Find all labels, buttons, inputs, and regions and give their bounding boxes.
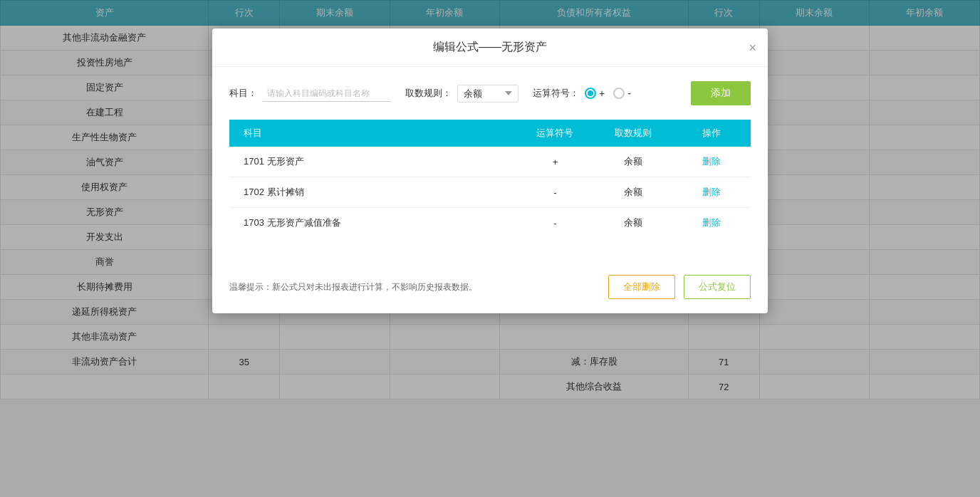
add-button[interactable]: 添加 (691, 81, 751, 105)
row-rule: 余额 (594, 177, 672, 208)
delete-all-button[interactable]: 全部删除 (608, 275, 675, 299)
row-action: 删除 (672, 147, 751, 177)
modal-close-button[interactable]: × (749, 41, 756, 54)
page-container: 资产 行次 期末余额 年初余额 负债和所有者权益 行次 期末余额 年初余额 其他… (0, 0, 980, 497)
modal-title: 编辑公式——无形资产 (433, 41, 547, 53)
subject-group: 科目： (229, 85, 391, 102)
table-row: 1702 累计摊销-余额删除 (229, 177, 751, 208)
reset-button[interactable]: 公式复位 (684, 275, 751, 299)
modal-body: 科目： 取数规则： 余额借方贷方借方累计贷方累计 运算符号： (212, 67, 768, 266)
row-subject: 1701 无形资产 (229, 147, 516, 177)
operator-minus-label: - (627, 88, 631, 99)
subject-label: 科目： (229, 87, 257, 100)
row-operator: + (516, 147, 595, 177)
operator-label: 运算符号： (533, 87, 579, 100)
table-header-action: 操作 (672, 120, 751, 147)
modal-overlay: 编辑公式——无形资产 × 科目： 取数规则： 余额借方贷方借方累计贷方累计 (0, 0, 980, 497)
table-header-operator: 运算符号 (516, 120, 595, 147)
rule-label: 取数规则： (405, 87, 452, 100)
row-rule: 余额 (594, 147, 672, 177)
rule-select-wrap: 余额借方贷方借方累计贷方累计 (457, 85, 518, 103)
row-operator: - (516, 177, 595, 208)
modal-header: 编辑公式——无形资产 × (212, 28, 768, 67)
row-delete-button[interactable]: 删除 (702, 186, 721, 199)
table-row: 1701 无形资产+余额删除 (229, 147, 751, 177)
row-delete-button[interactable]: 删除 (702, 155, 721, 168)
row-operator: - (516, 208, 595, 239)
row-action: 删除 (672, 177, 751, 208)
row-subject: 1703 无形资产减值准备 (229, 208, 516, 239)
table-header-subject: 科目 (229, 120, 516, 147)
modal-footer: 温馨提示：新公式只对未出报表进行计算，不影响历史报表数据。 全部删除 公式复位 (212, 266, 768, 313)
row-subject: 1702 累计摊销 (229, 177, 516, 208)
row-rule: 余额 (594, 208, 672, 239)
operator-plus-item[interactable]: + (585, 88, 605, 99)
row-action: 删除 (672, 208, 751, 239)
operator-group: 运算符号： + - (533, 87, 631, 100)
subject-input[interactable] (263, 85, 391, 102)
operator-minus-radio[interactable] (613, 88, 625, 99)
operator-plus-radio[interactable] (585, 88, 596, 99)
table-header-rule: 取数规则 (594, 120, 672, 147)
formula-form: 科目： 取数规则： 余额借方贷方借方累计贷方累计 运算符号： (229, 81, 751, 105)
rule-select[interactable]: 余额借方贷方借方累计贷方累计 (457, 85, 518, 103)
hint-text: 温馨提示：新公式只对未出报表进行计算，不影响历史报表数据。 (229, 281, 477, 293)
footer-buttons: 全部删除 公式复位 (608, 275, 751, 299)
row-delete-button[interactable]: 删除 (702, 216, 721, 229)
formula-table: 科目 运算符号 取数规则 操作 1701 无形资产+余额删除1702 累计摊销-… (229, 120, 751, 238)
operator-radio-group: + - (585, 88, 631, 99)
modal-dialog: 编辑公式——无形资产 × 科目： 取数规则： 余额借方贷方借方累计贷方累计 (212, 28, 768, 313)
operator-plus-label: + (599, 88, 605, 99)
operator-minus-item[interactable]: - (613, 88, 631, 99)
table-row: 1703 无形资产减值准备-余额删除 (229, 208, 751, 239)
rule-group: 取数规则： 余额借方贷方借方累计贷方累计 (405, 85, 518, 103)
